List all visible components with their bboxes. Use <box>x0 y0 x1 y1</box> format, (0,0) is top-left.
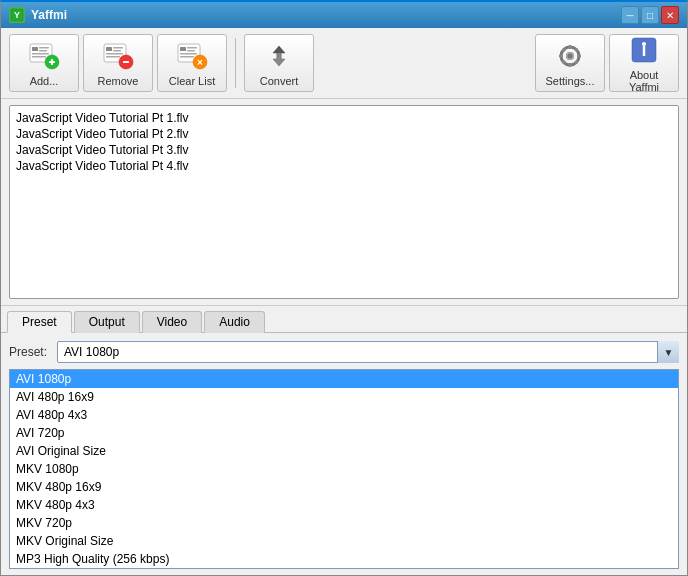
bottom-panel: Preset Output Video Audio Preset: AVI 10… <box>1 305 687 575</box>
svg-rect-21 <box>187 47 197 49</box>
convert-icon <box>263 40 295 72</box>
settings-button[interactable]: Settings... <box>535 34 605 92</box>
list-item[interactable]: MKV 720p <box>10 514 678 532</box>
minimize-button[interactable]: ─ <box>621 6 639 24</box>
about-button[interactable]: i About Yaffmi <box>609 34 679 92</box>
convert-button[interactable]: Convert <box>244 34 314 92</box>
svg-rect-32 <box>569 63 572 67</box>
svg-rect-34 <box>577 54 581 57</box>
tab-video[interactable]: Video <box>142 311 202 333</box>
list-item[interactable]: MP3 Low Quality (64 kbps) <box>10 568 678 569</box>
svg-text:Y: Y <box>14 10 20 20</box>
list-item[interactable]: AVI 480p 4x3 <box>10 406 678 424</box>
svg-rect-31 <box>569 45 572 49</box>
list-item[interactable]: MKV 1080p <box>10 460 678 478</box>
add-icon <box>28 40 60 72</box>
app-icon: Y <box>9 7 25 23</box>
tab-audio[interactable]: Audio <box>204 311 265 333</box>
svg-rect-15 <box>106 53 123 55</box>
add-button[interactable]: Add... <box>9 34 79 92</box>
list-item[interactable]: AVI Original Size <box>10 442 678 460</box>
about-icon: i <box>628 34 660 66</box>
remove-button[interactable]: Remove <box>83 34 153 92</box>
svg-rect-20 <box>180 47 186 51</box>
remove-icon <box>102 40 134 72</box>
svg-rect-22 <box>187 50 195 52</box>
clear-label: Clear List <box>169 75 215 87</box>
list-item[interactable]: MKV 480p 16x9 <box>10 478 678 496</box>
tab-output[interactable]: Output <box>74 311 140 333</box>
toolbar: Add... Remove <box>1 28 687 99</box>
svg-rect-24 <box>180 56 194 58</box>
clear-list-button[interactable]: × Clear List <box>157 34 227 92</box>
settings-icon <box>554 40 586 72</box>
svg-rect-12 <box>106 47 112 51</box>
preset-dropdown-wrapper[interactable]: AVI 1080pAVI 480p 16x9AVI 480p 4x3AVI 72… <box>57 341 679 363</box>
svg-rect-16 <box>106 56 120 58</box>
tab-bar: Preset Output Video Audio <box>1 306 687 333</box>
list-item[interactable]: AVI 720p <box>10 424 678 442</box>
svg-rect-5 <box>39 50 47 52</box>
maximize-button[interactable]: □ <box>641 6 659 24</box>
svg-point-40 <box>568 53 573 58</box>
preset-field-label: Preset: <box>9 345 49 359</box>
title-controls: ─ □ ✕ <box>621 6 679 24</box>
list-item[interactable]: MKV 480p 4x3 <box>10 496 678 514</box>
svg-rect-18 <box>123 61 129 63</box>
close-button[interactable]: ✕ <box>661 6 679 24</box>
list-item[interactable]: AVI 1080p <box>10 370 678 388</box>
svg-text:×: × <box>197 57 203 68</box>
list-item[interactable]: JavaScript Video Tutorial Pt 3.flv <box>14 142 674 158</box>
app-title: Yaffmi <box>31 8 67 22</box>
list-item[interactable]: JavaScript Video Tutorial Pt 2.flv <box>14 126 674 142</box>
about-label: About Yaffmi <box>614 69 674 93</box>
title-bar-left: Y Yaffmi <box>9 7 67 23</box>
svg-rect-13 <box>113 47 123 49</box>
remove-label: Remove <box>98 75 139 87</box>
svg-rect-4 <box>39 47 49 49</box>
svg-rect-6 <box>32 53 49 55</box>
list-item[interactable]: MKV Original Size <box>10 532 678 550</box>
settings-label: Settings... <box>546 75 595 87</box>
list-item[interactable]: AVI 480p 16x9 <box>10 388 678 406</box>
list-item[interactable]: MP3 High Quality (256 kbps) <box>10 550 678 568</box>
svg-point-43 <box>642 42 646 46</box>
tab-preset[interactable]: Preset <box>7 311 72 333</box>
title-bar: Y Yaffmi ─ □ ✕ <box>1 2 687 28</box>
main-window: Y Yaffmi ─ □ ✕ <box>0 0 688 576</box>
list-item[interactable]: JavaScript Video Tutorial Pt 1.flv <box>14 110 674 126</box>
toolbar-separator-1 <box>235 38 236 88</box>
svg-rect-10 <box>51 59 53 65</box>
clear-icon: × <box>176 40 208 72</box>
add-label: Add... <box>30 75 59 87</box>
preset-dropdown[interactable]: AVI 1080pAVI 480p 16x9AVI 480p 4x3AVI 72… <box>57 341 679 363</box>
svg-rect-33 <box>559 54 563 57</box>
preset-row: Preset: AVI 1080pAVI 480p 16x9AVI 480p 4… <box>9 341 679 363</box>
svg-rect-23 <box>180 53 197 55</box>
svg-rect-7 <box>32 56 46 58</box>
convert-label: Convert <box>260 75 299 87</box>
svg-marker-28 <box>273 53 285 66</box>
preset-option-list[interactable]: AVI 1080pAVI 480p 16x9AVI 480p 4x3AVI 72… <box>9 369 679 569</box>
file-list[interactable]: JavaScript Video Tutorial Pt 1.flv JavaS… <box>9 105 679 299</box>
tab-content-preset: Preset: AVI 1080pAVI 480p 16x9AVI 480p 4… <box>1 333 687 575</box>
toolbar-spacer <box>318 34 531 92</box>
svg-rect-14 <box>113 50 121 52</box>
list-item[interactable]: JavaScript Video Tutorial Pt 4.flv <box>14 158 674 174</box>
svg-rect-3 <box>32 47 38 51</box>
